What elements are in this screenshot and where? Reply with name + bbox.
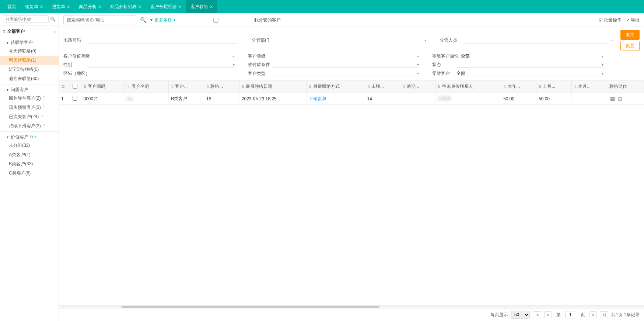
gender-select[interactable] xyxy=(88,62,233,67)
search-input[interactable] xyxy=(63,15,137,24)
status-select[interactable] xyxy=(456,62,602,67)
query-button[interactable]: 查询 xyxy=(620,30,640,40)
nav-sales[interactable]: 销货单 ✕ xyxy=(21,0,48,13)
th-last-contact-method[interactable]: ⇅ 最后联络方式 xyxy=(307,80,365,93)
sort-icon6: ⇅ xyxy=(309,85,312,89)
th-no-contact[interactable]: ⇅ 未联... xyxy=(365,80,400,93)
td-last-contact-method[interactable]: 下销货单 xyxy=(307,93,365,105)
customer-grade-label: 客户等级 xyxy=(248,53,270,59)
more-action-icon[interactable]: ⊞ xyxy=(618,96,622,102)
sidebar-already-lost[interactable]: 已流失客户(24) ? xyxy=(0,112,59,121)
nav-purchase[interactable]: 进货单 ✕ xyxy=(48,0,74,13)
th-name[interactable]: ⇅ 客户名称 xyxy=(125,80,169,93)
td-overdue xyxy=(400,93,435,105)
th-unit-contact[interactable]: ⇅ 往来单位联系人 xyxy=(435,80,501,93)
sidebar-class-a[interactable]: A类客户(1) xyxy=(0,150,59,159)
sidebar-continuous-decline[interactable]: 持续下滑客户(2) ? xyxy=(0,121,59,131)
sidebar-pending-contact-header[interactable]: ▼ 待联络客户 xyxy=(0,38,59,46)
customer-grade-select[interactable] xyxy=(272,54,417,59)
my-customers-checkbox[interactable] xyxy=(179,18,253,23)
search-button[interactable]: 🔍 xyxy=(140,17,146,23)
row-checkbox[interactable] xyxy=(73,96,77,101)
page-label: 第 xyxy=(556,312,561,318)
status-field: 状态 ▾ xyxy=(432,62,603,68)
phone-input[interactable] xyxy=(88,37,238,44)
th-category[interactable]: ⇅ 客户... xyxy=(169,80,204,93)
question-icon4: ? xyxy=(43,123,45,128)
gender-label: 性别 xyxy=(63,62,85,68)
edit-icon[interactable]: ✎ xyxy=(34,135,37,139)
th-this-year[interactable]: ⇅ 本年... xyxy=(501,80,536,93)
nav-customer-contact[interactable]: 客户联络 ✕ xyxy=(186,0,217,13)
th-code[interactable]: ⇅ 客户编码 xyxy=(81,80,125,93)
refresh-icon[interactable]: ↻ xyxy=(30,135,33,139)
export-button[interactable]: ↗ 导出 xyxy=(626,17,640,23)
th-last-contact-date[interactable]: ⇅ 最后联络日期 xyxy=(239,80,306,93)
prev-page-button[interactable]: < xyxy=(544,311,552,318)
phone-action-icon[interactable]: ☎ xyxy=(609,96,616,102)
sidebar-class-c[interactable]: C类客户(6) xyxy=(0,169,59,178)
first-page-button[interactable]: |< xyxy=(533,311,541,318)
gear-icon[interactable]: ⚙ xyxy=(61,84,65,89)
nav-goods-list-close[interactable]: ✕ xyxy=(138,4,141,9)
td-category: B类客户 xyxy=(169,93,204,105)
page-size-select[interactable]: 10 20 50 100 xyxy=(511,311,530,319)
nav-purchase-close[interactable]: ✕ xyxy=(67,4,70,9)
chevron-down-icon8: ▾ xyxy=(417,72,419,76)
retail-customer-select[interactable]: 全部 xyxy=(456,71,602,76)
nav-goods-analysis-list[interactable]: 商品分析列表 ✕ xyxy=(106,0,146,13)
sidebar-search-icon[interactable]: 🔍 xyxy=(50,17,56,22)
sidebar-unclassified[interactable]: 未分组(32) xyxy=(0,141,59,150)
last-page-button[interactable]: >| xyxy=(600,311,608,318)
nav-contact-close[interactable]: ✕ xyxy=(210,4,213,9)
my-customers-checkbox-label[interactable]: 我分管的客户 xyxy=(179,17,281,23)
sidebar-all-customers[interactable]: ⠿ 全部客户 « xyxy=(0,27,59,36)
sidebar-class-b[interactable]: B类客户(33) xyxy=(0,159,59,169)
more-icon[interactable]: ··· xyxy=(611,38,615,43)
sidebar-repurchase-abnormal[interactable]: 回购异常客户(2) ? xyxy=(0,94,59,103)
sidebar-value-customers-header[interactable]: ▼ 价值客户 ↻ ✎ xyxy=(0,132,59,141)
setting-button[interactable]: 设置 xyxy=(620,41,640,51)
payment-select[interactable] xyxy=(272,62,417,67)
sidebar-recent7-contact[interactable]: 近7天待联络(0) xyxy=(0,65,59,74)
table-header-row: ⚙ ⇅ 客户编码 ⇅ 客户名称 xyxy=(59,80,644,93)
page-input[interactable] xyxy=(565,311,576,318)
filter-panel: 电话号码 分管部门 ▾ 分管人员 ··· xyxy=(59,27,644,80)
question-icon: ? xyxy=(43,96,45,101)
nav-segment-close[interactable]: ✕ xyxy=(178,4,182,9)
sort-icon10: ⇅ xyxy=(503,85,506,89)
horizontal-scrollbar[interactable] xyxy=(59,305,644,308)
th-this-month[interactable]: ⇅ 本月... xyxy=(571,80,607,93)
retail-attr-select[interactable]: 全部 xyxy=(461,54,602,59)
select-all-checkbox[interactable] xyxy=(73,84,77,89)
nav-customer-segment[interactable]: 客户分层经营 ✕ xyxy=(146,0,186,13)
customer-grade-wrapper: ▾ xyxy=(272,54,419,59)
sidebar-search-input[interactable] xyxy=(3,15,49,23)
th-last-month[interactable]: ⇅ 上月... xyxy=(536,80,572,93)
batch-operate-button[interactable]: ☑ 批量操作 xyxy=(599,17,622,23)
customer-type-select[interactable] xyxy=(272,71,417,76)
sidebar-today-contact[interactable]: 今天待联络(0) xyxy=(0,46,59,56)
nav-goods-analysis[interactable]: 商品分析 ✕ xyxy=(74,0,106,13)
person-input[interactable] xyxy=(464,37,609,44)
sidebar-problem-customers-header[interactable]: ▼ 问题客户 xyxy=(0,85,59,94)
dept-select[interactable] xyxy=(276,38,425,43)
more-filter-button[interactable]: ▼ 更多条件 ▲ xyxy=(149,17,176,23)
th-overdue[interactable]: ⇅ 逾期... xyxy=(400,80,435,93)
nav-home[interactable]: 首页 xyxy=(3,0,21,13)
region-input[interactable] xyxy=(92,70,230,77)
scrollbar-thumb[interactable] xyxy=(122,306,379,308)
next-page-button[interactable]: > xyxy=(589,311,597,318)
nav-goods-close[interactable]: ✕ xyxy=(98,4,101,9)
sidebar-section: ⠿ 全部客户 « ▼ 待联络客户 今天待联络(0) 明天待联络(1) 近7天待联… xyxy=(0,25,59,179)
sidebar-loss-risk[interactable]: 流失预警客户(3) ? xyxy=(0,103,59,112)
th-contact[interactable]: ⇅ 联络... xyxy=(204,80,239,93)
nav-sales-close[interactable]: ✕ xyxy=(40,4,43,9)
retail-attr-wrapper: 全部 ▾ xyxy=(461,54,603,59)
sidebar-tomorrow-contact[interactable]: 明天待联络(1) xyxy=(0,56,59,65)
customer-value-select[interactable] xyxy=(92,54,233,59)
sidebar-overdue-contact[interactable]: 逾期未联络(30) xyxy=(0,74,59,83)
table-row: 1 000021 Ea B类客户 15 2023-05-23 18:25: 下销… xyxy=(59,93,644,105)
region-more-icon[interactable]: ··· xyxy=(231,71,235,76)
collapse-icon[interactable]: « xyxy=(53,30,56,34)
